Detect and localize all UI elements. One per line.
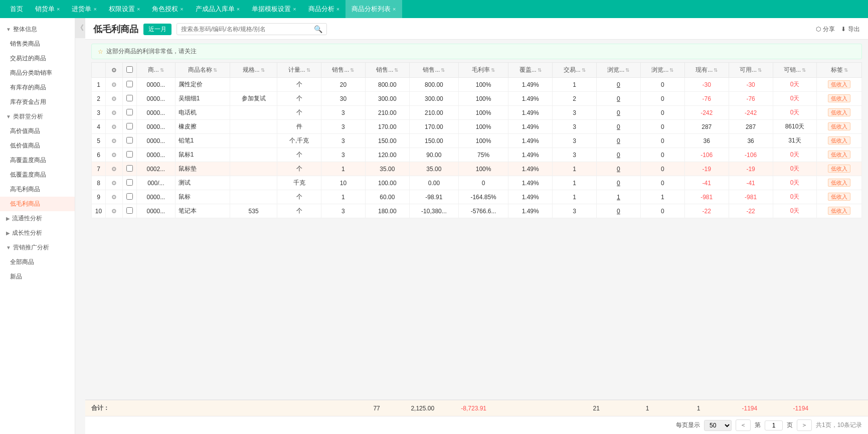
nav-template-settings[interactable]: 单据模板设置 × (246, 0, 302, 18)
row-unit: 个 (277, 148, 321, 162)
row-browse1[interactable]: 0 (597, 148, 641, 162)
export-button[interactable]: ⬇ 导出 (841, 25, 860, 34)
page-size-select[interactable]: 50 100 200 (704, 420, 732, 431)
row-check[interactable] (123, 92, 137, 106)
row-browse1[interactable]: 0 (597, 120, 641, 134)
col-sales-qty[interactable]: 销售...⇅ (321, 63, 366, 78)
nav-sales[interactable]: 销货单 × (29, 0, 66, 18)
prev-page-button[interactable]: ＜ (736, 419, 751, 431)
row-check[interactable] (123, 106, 137, 120)
row-settings[interactable]: ⚙ (106, 176, 123, 190)
row-check[interactable] (123, 148, 137, 162)
close-icon[interactable]: × (393, 6, 396, 12)
row-browse1[interactable]: 0 (597, 106, 641, 120)
row-browse1[interactable]: 0 (597, 92, 641, 106)
header-actions: ⬡ 分享 ⬇ 导出 (816, 25, 860, 34)
sidebar-group-cluster[interactable]: ▼ 类群堂分析 (0, 109, 75, 124)
row-settings[interactable]: ⚙ (106, 190, 123, 204)
next-page-button[interactable]: ＞ (797, 419, 812, 431)
sidebar-group-growth[interactable]: ▶ 成长性分析 (0, 226, 75, 240)
row-settings[interactable]: ⚙ (106, 120, 123, 134)
row-browse1[interactable]: 0 (597, 176, 641, 190)
row-check[interactable] (123, 78, 137, 92)
close-icon[interactable]: × (57, 6, 60, 12)
sidebar-item-low-margin[interactable]: 低毛利商品 (0, 197, 75, 211)
nav-home[interactable]: 首页 (4, 0, 29, 18)
nav-roles[interactable]: 角色授权 × (146, 0, 189, 18)
sidebar-item-inventory-capital[interactable]: 库存资金占用 (0, 95, 75, 109)
row-settings[interactable]: ⚙ (106, 92, 123, 106)
close-icon[interactable]: × (137, 6, 140, 12)
search-icon[interactable]: 🔍 (314, 25, 322, 33)
row-settings[interactable]: ⚙ (106, 162, 123, 176)
close-icon[interactable]: × (93, 6, 96, 12)
sidebar-group-overall[interactable]: ▼ 整体信息 (0, 22, 75, 37)
row-settings[interactable]: ⚙ (106, 204, 123, 218)
row-sellable: 0天 (773, 162, 817, 176)
sidebar-item-high-margin[interactable]: 高毛利商品 (0, 182, 75, 197)
row-browse1[interactable]: 0 (597, 204, 641, 218)
sidebar-item-sales-products[interactable]: 销售类商品 (0, 37, 75, 51)
col-unit[interactable]: 计量...⇅ (277, 63, 321, 78)
sidebar-group-marketing[interactable]: ▼ 营销推广分析 (0, 240, 75, 255)
select-all-checkbox[interactable] (126, 66, 133, 73)
col-settings[interactable]: ⚙ (106, 63, 123, 78)
sidebar-item-in-stock[interactable]: 有库存的商品 (0, 80, 75, 95)
sidebar-item-low-coverage[interactable]: 低覆盖度商品 (0, 168, 75, 182)
row-check[interactable] (123, 204, 137, 218)
col-browse1[interactable]: 浏览...⇅ (597, 63, 641, 78)
close-icon[interactable]: × (293, 6, 296, 12)
sidebar-item-category-sales-rate[interactable]: 商品分类助销率 (0, 66, 75, 80)
col-current[interactable]: 现有...⇅ (684, 63, 729, 78)
col-available[interactable]: 可用...⇅ (729, 63, 773, 78)
col-gross-margin[interactable]: 毛利率⇅ (458, 63, 508, 78)
row-check[interactable] (123, 134, 137, 148)
row-settings[interactable]: ⚙ (106, 134, 123, 148)
sidebar-collapse-button[interactable]: 《 (75, 18, 85, 38)
col-sellable[interactable]: 可销...⇅ (773, 63, 817, 78)
row-browse1[interactable]: 0 (597, 134, 641, 148)
search-input[interactable] (181, 26, 314, 33)
col-coverage[interactable]: 覆盖...⇅ (508, 63, 553, 78)
col-spec[interactable]: 规格...⇅ (230, 63, 277, 78)
sidebar-group-liquidity[interactable]: ▶ 流通性分析 (0, 211, 75, 226)
col-tag[interactable]: 标签⇅ (817, 63, 862, 78)
col-transaction[interactable]: 交易...⇅ (553, 63, 597, 78)
row-settings[interactable]: ⚙ (106, 148, 123, 162)
sidebar-item-low-value[interactable]: 低价值商品 (0, 138, 75, 153)
nav-product-analysis[interactable]: 商品分析 × (302, 0, 345, 18)
row-check[interactable] (123, 190, 137, 204)
nav-purchase[interactable]: 进货单 × (66, 0, 102, 18)
sidebar-item-all-products[interactable]: 全部商品 (0, 255, 75, 269)
row-check[interactable] (123, 162, 137, 176)
row-browse1[interactable]: 1 (597, 190, 641, 204)
sidebar-item-high-coverage[interactable]: 高覆盖度商品 (0, 153, 75, 168)
share-button[interactable]: ⬡ 分享 (816, 25, 835, 34)
sidebar-item-high-value[interactable]: 高价值商品 (0, 124, 75, 138)
close-icon[interactable]: × (237, 6, 240, 12)
sidebar-item-traded-products[interactable]: 交易过的商品 (0, 51, 75, 66)
nav-permissions[interactable]: 权限设置 × (103, 0, 146, 18)
page-title: 低毛利商品 (93, 23, 138, 35)
sidebar-item-new-products[interactable]: 新品 (0, 269, 75, 284)
nav-product-analysis-list[interactable]: 商品分析列表 × (345, 0, 402, 18)
row-check[interactable] (123, 120, 137, 134)
col-sales-price[interactable]: 销售...⇅ (365, 63, 409, 78)
period-button[interactable]: 近一月 (143, 24, 171, 35)
row-settings[interactable]: ⚙ (106, 78, 123, 92)
nav-finished-goods[interactable]: 产成品入库单 × (190, 0, 246, 18)
close-icon[interactable]: × (180, 6, 183, 12)
row-settings[interactable]: ⚙ (106, 106, 123, 120)
col-name[interactable]: 商品名称⇅ (175, 63, 230, 78)
row-tag: 低收入 (817, 134, 862, 148)
close-icon[interactable]: × (336, 6, 339, 12)
row-browse1[interactable]: 0 (597, 162, 641, 176)
col-browse2[interactable]: 浏览...⇅ (640, 63, 684, 78)
col-sales-amount[interactable]: 销售...⇅ (409, 63, 458, 78)
row-browse1[interactable]: 0 (597, 78, 641, 92)
page-number-input[interactable] (765, 420, 783, 430)
col-check[interactable] (123, 63, 137, 78)
row-transaction: 3 (553, 106, 597, 120)
col-code[interactable]: 商...⇅ (137, 63, 176, 78)
row-check[interactable] (123, 176, 137, 190)
